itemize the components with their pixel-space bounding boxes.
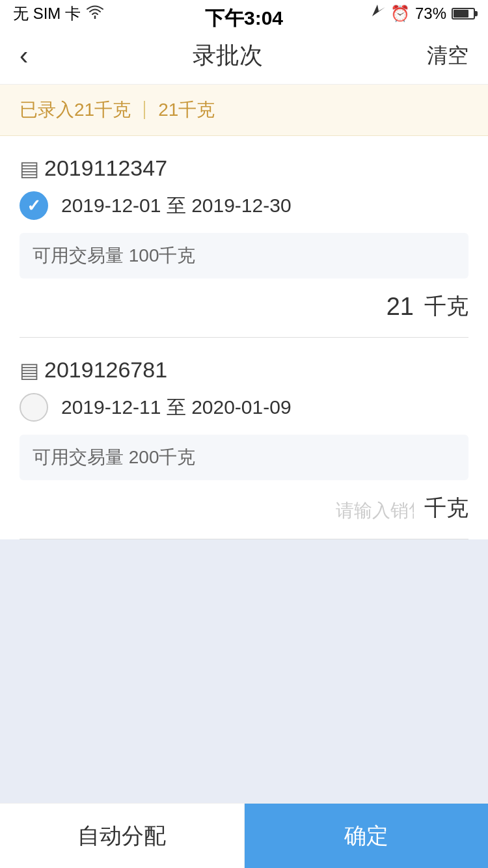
status-time: 下午3:04 — [205, 5, 283, 32]
clear-button[interactable]: 清空 — [427, 42, 468, 70]
batch-id-row-2: ▤ 2019126781 — [20, 357, 468, 383]
page-title: 录批次 — [193, 40, 263, 72]
auto-distribute-button[interactable]: 自动分配 — [0, 804, 245, 868]
batch-availability-1: 可用交易量 100千克 — [20, 233, 468, 278]
quantity-row-2: 千克 — [0, 480, 488, 539]
no-sim-text: 无 SIM 卡 — [13, 3, 81, 24]
quantity-input-2[interactable] — [336, 495, 414, 522]
batch-icon-2: ▤ — [20, 358, 39, 383]
quantity-unit-2: 千克 — [424, 493, 468, 523]
batch-item-2: ▤ 2019126781 2019-12-11 至 2020-01-09 可用交… — [0, 338, 488, 480]
batch-date-row-2[interactable]: 2019-12-11 至 2020-01-09 — [20, 393, 468, 422]
batch-availability-2: 可用交易量 200千克 — [20, 435, 468, 480]
summary-bar: 已录入21千克 21千克 — [0, 85, 488, 136]
radio-button-2[interactable] — [20, 393, 48, 422]
radio-button-1[interactable] — [20, 191, 48, 220]
status-right: ⏰ 73% — [372, 5, 475, 23]
summary-label: 已录入21千克 — [20, 98, 131, 122]
summary-divider — [144, 101, 145, 119]
content-spacer — [0, 539, 488, 819]
status-bar: 无 SIM 卡 下午3:04 ⏰ 73% — [0, 0, 488, 27]
batch-id-2: 2019126781 — [44, 357, 167, 383]
back-button[interactable]: ‹ — [20, 41, 28, 70]
batch-date-1: 2019-12-01 至 2019-12-30 — [61, 193, 291, 219]
battery-icon — [452, 8, 475, 20]
quantity-row-1: 千克 — [0, 278, 488, 337]
batch-date-row-1[interactable]: 2019-12-01 至 2019-12-30 — [20, 191, 468, 220]
wifi-icon — [86, 5, 104, 23]
battery-percent: 73% — [415, 5, 446, 23]
svg-marker-0 — [372, 5, 385, 16]
bottom-bar: 自动分配 确定 — [0, 803, 488, 868]
quantity-section-2: 千克 — [0, 480, 488, 539]
quantity-unit-1: 千克 — [424, 292, 468, 321]
status-left: 无 SIM 卡 — [13, 3, 104, 24]
batch-icon-1: ▤ — [20, 156, 39, 181]
confirm-button[interactable]: 确定 — [245, 804, 489, 868]
alarm-icon: ⏰ — [390, 5, 410, 23]
batch-id-1: 2019112347 — [44, 156, 167, 181]
nav-bar: ‹ 录批次 清空 — [0, 27, 488, 85]
batch-item-1: ▤ 2019112347 2019-12-01 至 2019-12-30 可用交… — [0, 136, 488, 278]
quantity-input-1[interactable] — [336, 293, 414, 321]
summary-value: 21千克 — [158, 98, 215, 122]
location-icon — [372, 5, 385, 23]
batch-list: ▤ 2019112347 2019-12-01 至 2019-12-30 可用交… — [0, 136, 488, 539]
batch-date-2: 2019-12-11 至 2020-01-09 — [61, 394, 291, 421]
batch-id-row-1: ▤ 2019112347 — [20, 156, 468, 181]
quantity-section-1: 千克 — [0, 278, 488, 338]
